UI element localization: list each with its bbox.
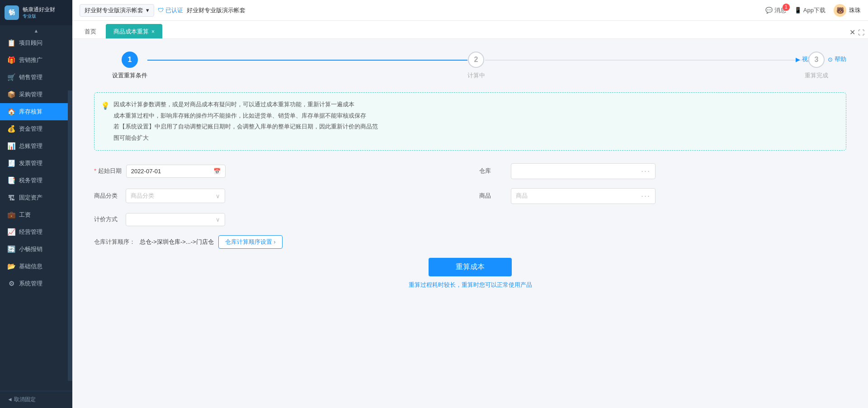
bulb-icon: 💡 (101, 99, 110, 113)
sidebar-item-ledger[interactable]: 📊 总账管理 (0, 138, 72, 155)
expense-icon: 🔄 (7, 245, 15, 253)
topbar-left: 好业财专业版演示帐套 ▾ 🛡 已认证 好业财专业版演示帐套 (80, 4, 245, 17)
step-line-1 (147, 60, 467, 61)
sidebar-item-sales[interactable]: 🛒 销售管理 (0, 69, 72, 86)
sidebar-item-label: 发票管理 (19, 159, 42, 167)
account-select[interactable]: 好业财专业版演示帐套 ▾ (80, 4, 154, 17)
step-1-num: 1 (128, 56, 132, 64)
sidebar-item-label: 资金管理 (19, 125, 42, 133)
sidebar-item-label: 营销推广 (19, 56, 42, 64)
username-label: 珠珠 (849, 6, 861, 14)
recalculate-label: 重算成本 (456, 263, 485, 270)
expand-icon[interactable]: ⛶ (858, 29, 864, 36)
tab-home[interactable]: 首页 (77, 24, 104, 38)
help-link[interactable]: ⊙ 帮助 (828, 55, 846, 63)
user-menu[interactable]: 🐻 珠珠 (834, 4, 861, 17)
message-button[interactable]: 💬 消息 1 (765, 6, 786, 14)
sidebar-item-label: 库存核算 (19, 108, 42, 116)
sidebar-item-payroll[interactable]: 💼 工资 (0, 206, 72, 223)
start-date-input[interactable]: 2022-07-01 📅 (126, 165, 226, 178)
category-label: 商品分类 (94, 192, 121, 200)
operation-icon: 📈 (7, 228, 15, 236)
calc-order-btn-label: 仓库计算顺序设置 › (225, 238, 276, 246)
sidebar-item-finance[interactable]: 💰 资金管理 (0, 120, 72, 138)
sidebar-scroll-up[interactable]: ▲ (0, 27, 72, 34)
sidebar-item-marketing[interactable]: 🎁 营销推广 (0, 52, 72, 69)
recalculate-button[interactable]: 重算成本 (429, 258, 512, 276)
sidebar-item-purchase[interactable]: 📦 采购管理 (0, 86, 72, 103)
topbar-right: 💬 消息 1 📱 App下载 🐻 珠珠 (765, 4, 861, 17)
close-icon[interactable]: ✕ (849, 28, 855, 37)
sidebar-item-invoice[interactable]: 🧾 发票管理 (0, 155, 72, 172)
warehouse-label: 仓库 (479, 167, 506, 175)
submit-hint: 重算过程耗时较长，重算时您可以正常使用产品 (409, 281, 532, 289)
tab-close-icon[interactable]: × (151, 28, 155, 35)
system-icon: ⚙ (7, 280, 15, 288)
sidebar-scroll[interactable] (68, 90, 72, 381)
play-icon: ▶ (796, 56, 800, 63)
tab-recalc[interactable]: 商品成本重算 × (106, 24, 162, 38)
main-wrapper: 好业财专业版演示帐套 ▾ 🛡 已认证 好业财专业版演示帐套 💬 消息 1 📱 A… (72, 0, 868, 408)
account-select-label: 好业财专业版演示帐套 (85, 6, 143, 14)
sidebar-item-inventory[interactable]: 🏠 库存核算 (0, 103, 72, 120)
sidebar-logo-badge: 专业版 (23, 13, 55, 19)
sidebar-item-expense[interactable]: 🔄 小畅报销 (0, 241, 72, 258)
pin-label: ◄ 取消固定 (7, 396, 36, 403)
calc-order-row: 仓库计算顺序： 总仓->深圳仓库->...->门店仓 仓库计算顺序设置 › (94, 235, 846, 249)
avatar: 🐻 (834, 4, 846, 17)
calc-order-setting-button[interactable]: 仓库计算顺序设置 › (218, 235, 283, 249)
phone-icon: 📱 (794, 7, 802, 14)
app-download-button[interactable]: 📱 App下载 (794, 6, 826, 14)
sidebar-item-assets[interactable]: 🏗 固定资产 (0, 189, 72, 206)
tax-icon: 📑 (7, 176, 15, 185)
category-placeholder: 商品分类 (131, 192, 154, 200)
price-method-field: 计价方式 ∨ (94, 213, 461, 226)
sidebar-item-label: 固定资产 (19, 194, 42, 202)
sidebar-item-project[interactable]: 📋 项目顾问 (0, 34, 72, 52)
tab-recalc-label: 商品成本重算 (113, 28, 149, 36)
start-date-label: 起始日期 (94, 167, 122, 175)
sidebar-item-label: 税务管理 (19, 176, 42, 185)
start-date-value: 2022-07-01 (131, 168, 161, 175)
sidebar-item-system[interactable]: ⚙ 系统管理 (0, 275, 72, 292)
price-method-select[interactable]: ∨ (126, 213, 225, 226)
sidebar: 畅 畅康通好业财 专业版 ▲ 📋 项目顾问 🎁 营销推广 🛒 销售管理 📦 采购… (0, 0, 72, 408)
calendar-icon[interactable]: 📅 (213, 168, 221, 175)
warehouse-field: 仓库 ··· (479, 163, 846, 179)
verified-badge: 🛡 已认证 (158, 6, 183, 14)
product-input[interactable]: 商品 ··· (511, 188, 656, 204)
assets-icon: 🏗 (7, 194, 15, 202)
sidebar-nav: ▲ 📋 项目顾问 🎁 营销推广 🛒 销售管理 📦 采购管理 🏠 库存核算 💰 资… (0, 25, 72, 391)
marketing-icon: 🎁 (7, 56, 15, 64)
sidebar-item-label: 小畅报销 (19, 245, 42, 253)
sidebar-item-basic[interactable]: 📂 基础信息 (0, 258, 72, 275)
warehouse-dots[interactable]: ··· (641, 166, 651, 176)
sidebar-pin-toggle[interactable]: ◄ 取消固定 (0, 391, 72, 408)
notice-line-1: 因成本计算参数调整，或是对商品成本有疑问时，可以通过成本重算功能，重新计算一遍成… (113, 99, 838, 110)
notice-box: 💡 因成本计算参数调整，或是对商品成本有疑问时，可以通过成本重算功能，重新计算一… (94, 92, 846, 151)
tab-home-label: 首页 (85, 28, 96, 36)
sidebar-item-tax[interactable]: 📑 税务管理 (0, 172, 72, 189)
step-2-label: 计算中 (467, 71, 485, 80)
inventory-icon: 🏠 (7, 108, 15, 116)
payroll-icon: 💼 (7, 211, 15, 219)
finance-icon: 💰 (7, 125, 15, 133)
account-name: 好业财专业版演示帐套 (187, 6, 245, 14)
step-2-circle: 2 (468, 52, 484, 68)
sidebar-logo: 畅 畅康通好业财 专业版 (0, 0, 72, 25)
category-arrow-icon: ∨ (216, 193, 220, 199)
sidebar-item-operation[interactable]: 📈 经营管理 (0, 223, 72, 241)
project-icon: 📋 (7, 39, 15, 47)
window-controls: ✕ ⛶ (849, 28, 868, 38)
basic-icon: 📂 (7, 262, 15, 270)
steps-container: 1 设置重算条件 2 计算中 (94, 52, 846, 80)
category-select[interactable]: 商品分类 ∨ (126, 189, 225, 203)
sidebar-item-label: 采购管理 (19, 90, 42, 99)
form-row-2: 商品分类 商品分类 ∨ 商品 商品 ··· (94, 188, 846, 204)
product-field: 商品 商品 ··· (479, 188, 846, 204)
ledger-icon: 📊 (7, 142, 15, 150)
purchase-icon: 📦 (7, 90, 15, 99)
product-dots[interactable]: ··· (641, 191, 651, 201)
warehouse-input[interactable]: ··· (511, 163, 656, 179)
step-2-num: 2 (474, 56, 478, 64)
